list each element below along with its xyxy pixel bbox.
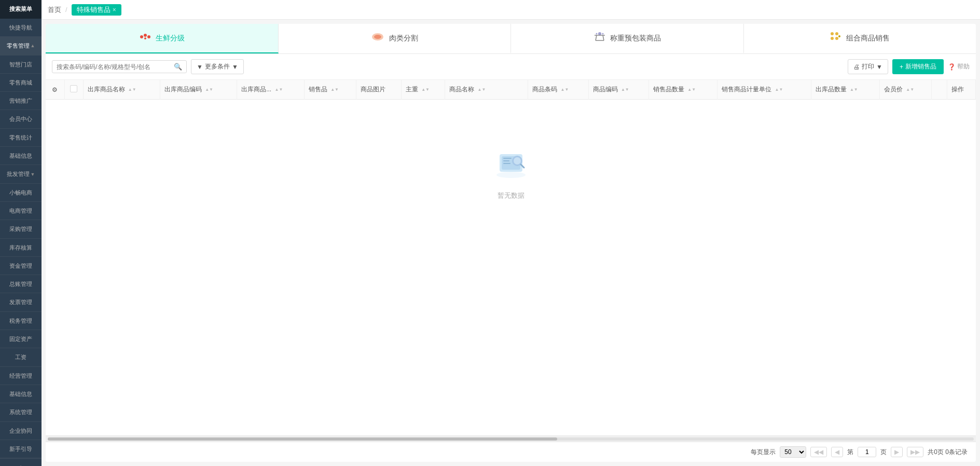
sort-arrows-goods-name[interactable]: ▲▼ xyxy=(478,88,486,92)
search-icon[interactable]: 🔍 xyxy=(174,63,182,71)
home-link[interactable]: 首页 xyxy=(48,5,61,15)
svg-line-9 xyxy=(603,35,604,40)
page-number-input[interactable] xyxy=(858,447,876,457)
sidebar-item-retail-mall[interactable]: 零售商城 xyxy=(0,74,42,92)
sidebar-item-basic-info[interactable]: 基础信息 xyxy=(0,147,42,165)
sidebar-item-finance[interactable]: 资金管理 xyxy=(0,257,42,275)
tab-meat-split[interactable]: 肉类分割 xyxy=(279,24,512,53)
tab-weighing-prepack[interactable]: 称重预包装商品 xyxy=(511,24,744,53)
sidebar-item-fixed-assets[interactable]: 固定资产 xyxy=(0,330,42,348)
per-page-select[interactable]: 50 100 200 xyxy=(780,446,806,458)
h-scroll-thumb[interactable] xyxy=(48,437,557,441)
empty-icon xyxy=(490,141,532,183)
add-sales-item-button[interactable]: + 新增销售品 xyxy=(892,59,944,74)
prev-page-button[interactable]: ◀ xyxy=(831,447,843,457)
sidebar-item-wages[interactable]: 工资 xyxy=(0,348,42,366)
help-button[interactable]: ❓ 帮助 xyxy=(948,62,970,71)
svg-point-6 xyxy=(598,32,601,35)
sidebar-item-label: 库存核算 xyxy=(9,244,32,251)
next-page-button[interactable]: ▶ xyxy=(891,447,903,457)
active-tab-tag[interactable]: 特殊销售品 × xyxy=(72,4,121,16)
sidebar-item-member-center[interactable]: 会员中心 xyxy=(0,110,42,128)
sidebar-item-quick-nav[interactable]: 快捷导航 xyxy=(0,19,42,37)
sidebar-item-label: 发票管理 xyxy=(9,298,32,306)
sidebar-item-label: 采购管理 xyxy=(9,225,32,232)
th-out-goods-code[interactable]: 出库商品编码 ▲▼ xyxy=(160,80,237,100)
h-scroll-track[interactable] xyxy=(48,437,974,441)
tab-combo-sales-label: 组合商品销售 xyxy=(846,34,890,43)
svg-point-17 xyxy=(838,35,840,37)
sidebar: 搜索菜单 快捷导航 零售管理 ▲ 智慧门店 零售商城 营销推广 会员中心 零售统… xyxy=(0,0,42,466)
sort-arrows-goods-code[interactable]: ▲▼ xyxy=(621,88,629,92)
sidebar-item-enterprise[interactable]: 企业协同 xyxy=(0,422,42,440)
sidebar-item-ecomm-mgmt[interactable]: 电商管理 xyxy=(0,202,42,220)
sort-arrows-out-qty[interactable]: ▲▼ xyxy=(850,88,858,92)
sidebar-item-inventory[interactable]: 库存核算 xyxy=(0,239,42,257)
sidebar-item-label: 经营管理 xyxy=(9,372,32,379)
sort-arrows-sales-qty[interactable]: ▲▼ xyxy=(687,88,696,92)
sort-arrows-out-goods-code[interactable]: ▲▼ xyxy=(205,88,213,92)
sidebar-item-invoice-mgmt[interactable]: 发票管理 xyxy=(0,293,42,311)
help-label: 帮助 xyxy=(957,62,970,71)
th-goods-code[interactable]: 商品编码 ▲▼ xyxy=(588,80,648,100)
tab-fresh-grading[interactable]: 生鲜分级 xyxy=(46,24,279,53)
sort-arrows-sales-unit[interactable]: ▲▼ xyxy=(775,88,783,92)
th-gross-weight[interactable]: 主重 ▲▼ xyxy=(401,80,445,100)
sidebar-item-wholesale-mgmt[interactable]: 批发管理 ▼ xyxy=(0,165,42,183)
th-goods-image[interactable]: 商品图片 xyxy=(356,80,402,100)
sort-arrows-out-goods-spec[interactable]: ▲▼ xyxy=(275,88,283,92)
sort-arrows-gross-weight[interactable]: ▲▼ xyxy=(421,88,430,92)
th-out-qty[interactable]: 出库品数量 ▲▼ xyxy=(811,80,879,100)
sidebar-item-operations[interactable]: 经营管理 xyxy=(0,367,42,385)
sidebar-item-new-guide[interactable]: 新手引导 xyxy=(0,440,42,458)
th-goods-name[interactable]: 商品名称 ▲▼ xyxy=(445,80,528,100)
sort-arrows-out-goods-name[interactable]: ▲▼ xyxy=(128,88,136,92)
sidebar-logo[interactable]: 搜索菜单 xyxy=(0,0,42,19)
tab-combo-sales[interactable]: 组合商品销售 xyxy=(744,24,976,53)
search-box[interactable]: 🔍 xyxy=(52,60,187,73)
last-page-button[interactable]: ▶▶ xyxy=(907,447,923,457)
svg-point-0 xyxy=(140,35,143,38)
fresh-grading-icon xyxy=(139,32,151,45)
th-goods-barcode[interactable]: 商品条码 ▲▼ xyxy=(528,80,588,100)
search-input[interactable] xyxy=(57,63,171,71)
tab-fresh-grading-label: 生鲜分级 xyxy=(156,34,185,43)
sort-arrows-member-price[interactable]: ▲▼ xyxy=(906,88,914,92)
sort-arrows-sales-goods[interactable]: ▲▼ xyxy=(330,88,339,92)
th-checkbox[interactable] xyxy=(64,80,83,100)
th-out-goods-spec[interactable]: 出库商品... ▲▼ xyxy=(237,80,305,100)
close-tab-icon[interactable]: × xyxy=(113,6,116,13)
select-all-checkbox[interactable] xyxy=(70,85,77,92)
print-label: 打印 xyxy=(862,62,874,71)
sidebar-item-basic-info2[interactable]: 基础信息 xyxy=(0,385,42,403)
th-settings[interactable]: ⚙ xyxy=(46,80,64,100)
th-member-price[interactable]: 会员价 ▲▼ xyxy=(879,80,931,100)
th-sales-goods[interactable]: 销售品 ▲▼ xyxy=(304,80,356,100)
active-tab-label: 特殊销售品 xyxy=(77,5,111,15)
svg-point-15 xyxy=(831,37,834,40)
sidebar-item-mini-ecomm[interactable]: 小畅电商 xyxy=(0,184,42,202)
th-sales-unit[interactable]: 销售商品计量单位 ▲▼ xyxy=(717,80,811,100)
sidebar-item-marketing[interactable]: 营销推广 xyxy=(0,92,42,110)
svg-point-1 xyxy=(144,34,147,37)
first-page-button[interactable]: ◀◀ xyxy=(810,447,827,457)
sidebar-item-general-ledger[interactable]: 总账管理 xyxy=(0,275,42,293)
settings-icon[interactable]: ⚙ xyxy=(52,86,58,93)
sidebar-item-system-mgmt[interactable]: 系统管理 xyxy=(0,403,42,421)
sidebar-item-retail-stats[interactable]: 零售统计 xyxy=(0,129,42,147)
svg-point-16 xyxy=(835,37,838,40)
th-out-goods-name[interactable]: 出库商品名称 ▲▼ xyxy=(83,80,160,100)
sidebar-item-purchase-mgmt[interactable]: 采购管理 xyxy=(0,220,42,238)
sidebar-item-label: 电商管理 xyxy=(9,207,32,214)
sidebar-item-tax-mgmt[interactable]: 税务管理 xyxy=(0,312,42,330)
sidebar-item-retail-mgmt[interactable]: 零售管理 ▲ xyxy=(0,37,42,55)
filter-button[interactable]: ▼ 更多条件 ▼ xyxy=(191,59,244,74)
horizontal-scrollbar[interactable] xyxy=(46,435,976,442)
th-sales-qty[interactable]: 销售品数量 ▲▼ xyxy=(648,80,717,100)
sidebar-item-smart-store[interactable]: 智慧门店 xyxy=(0,56,42,74)
tab-weighing-prepack-label: 称重预包装商品 xyxy=(610,34,661,43)
print-button[interactable]: 🖨 打印 ▼ xyxy=(848,59,888,74)
sort-arrows-goods-barcode[interactable]: ▲▼ xyxy=(561,88,569,92)
sidebar-item-label: 资金管理 xyxy=(9,262,32,269)
gear-icon[interactable]: ⚙ xyxy=(0,458,42,466)
